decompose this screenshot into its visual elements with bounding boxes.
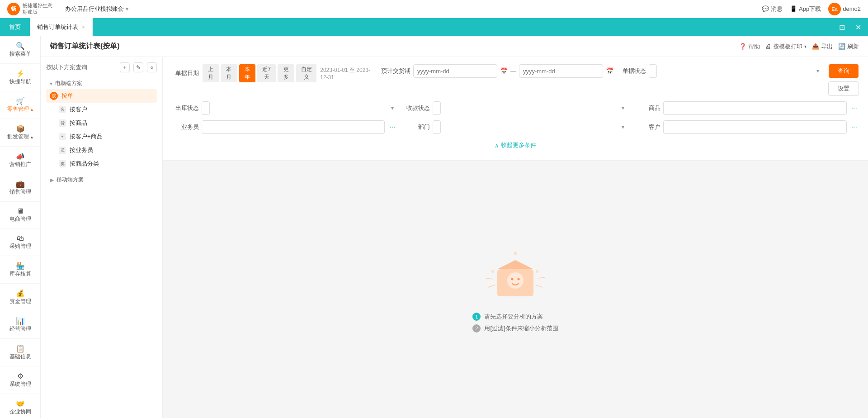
expected-date-end-input[interactable]: [519, 64, 603, 78]
scheme-by-goods[interactable]: 货 按商品: [46, 116, 157, 130]
search-icon: 🔍: [0, 42, 40, 50]
add-scheme-button[interactable]: +: [120, 62, 130, 72]
collect-status-label: 收款状态: [403, 104, 430, 112]
top-bar-left: 畅 畅捷通好生意 标账版 办公用品行业模拟账套 ▾: [7, 3, 128, 15]
retail-arrow-icon: ▴: [31, 107, 33, 112]
dept-select[interactable]: [433, 120, 441, 134]
collect-status-select[interactable]: [433, 101, 441, 115]
this-month-button[interactable]: 本月: [221, 64, 237, 82]
ship-status-select[interactable]: [202, 101, 210, 115]
scheme-by-customer-goods[interactable]: + 按客户+商品: [46, 130, 157, 143]
svg-point-3: [518, 278, 520, 280]
this-year-button[interactable]: 本年: [239, 64, 255, 82]
sidebar-item-ecommerce[interactable]: 🖥 电商管理: [0, 202, 40, 229]
salesman-dots[interactable]: ···: [387, 123, 397, 131]
panel-title: 按以下方案查询: [46, 63, 87, 71]
sidebar-item-enterprise[interactable]: 🤝 企业协同: [0, 394, 40, 418]
bill-status-select[interactable]: [649, 64, 657, 78]
desktop-section-header[interactable]: ▾ 电脑端方案: [46, 78, 157, 89]
edit-scheme-button[interactable]: ✎: [133, 62, 143, 72]
tab-sales-order-stats[interactable]: 销售订单统计表 ×: [30, 18, 93, 36]
retail-icon: 🛒: [0, 97, 40, 105]
goods-dots[interactable]: ···: [849, 104, 859, 112]
sidebar-item-system[interactable]: ⚙ 系统管理: [0, 366, 40, 394]
restore-window-button[interactable]: ⊡: [835, 21, 848, 33]
empty-tip-2: 2 用[过滤]条件来缩小分析范围: [472, 324, 558, 332]
sidebar-item-retail[interactable]: 🛒 零售管理 ▴: [0, 91, 40, 119]
salesman-input[interactable]: [202, 120, 385, 134]
scheme-by-salesman[interactable]: 员 按业务员: [46, 143, 157, 157]
logo-area: 畅 畅捷通好生意 标账版: [7, 3, 52, 15]
collapse-panel-button[interactable]: «: [147, 62, 157, 72]
right-panel: 单据日期 上月 本月 本年 近7天 更多 自定义 2023-01-01 至 20…: [163, 57, 868, 418]
by-salesman-icon: 员: [59, 147, 66, 154]
app-download-button[interactable]: 📱 App下载: [790, 5, 821, 13]
operations-icon: 📊: [0, 317, 40, 325]
sidebar-item-marketing[interactable]: 📣 营销推广: [0, 147, 40, 174]
query-button[interactable]: 查询: [829, 64, 859, 78]
sidebar-item-operations[interactable]: 📊 经营管理: [0, 311, 40, 339]
by-goods-icon: 货: [59, 119, 66, 127]
app-icon: 📱: [790, 5, 797, 12]
by-customer-icon: 客: [59, 106, 66, 113]
custom-date-button[interactable]: 自定义: [296, 64, 317, 82]
last-month-button[interactable]: 上月: [203, 64, 219, 82]
scheme-by-customer[interactable]: 客 按客户: [46, 103, 157, 116]
by-customer-goods-icon: +: [59, 133, 66, 140]
print-button[interactable]: 🖨 按模板打印 ▾: [765, 43, 807, 51]
collapse-filter-button[interactable]: ∧ 收起更多条件: [172, 138, 859, 153]
message-button[interactable]: 💬 消息: [762, 5, 783, 13]
empty-illustration: [484, 247, 547, 305]
svg-point-10: [514, 252, 517, 255]
export-button[interactable]: 📤 导出: [812, 43, 833, 51]
sidebar-item-finance[interactable]: 💰 资金管理: [0, 284, 40, 311]
by-order-label: 按单: [61, 92, 73, 100]
sidebar-item-inventory[interactable]: 🏪 库存核算: [0, 256, 40, 284]
mobile-section-label: 移动端方案: [57, 176, 84, 184]
finance-icon: 💰: [0, 289, 40, 298]
system-icon: ⚙: [0, 372, 40, 380]
customer-input[interactable]: [663, 120, 846, 134]
mobile-section-header[interactable]: ▶ 移动端方案: [46, 174, 157, 185]
svg-line-7: [538, 277, 545, 278]
svg-point-1: [507, 272, 524, 289]
scheme-by-order[interactable]: 按 按单: [46, 89, 157, 103]
svg-line-5: [486, 278, 493, 279]
last-7days-button[interactable]: 近7天: [257, 64, 276, 82]
tab-home[interactable]: 首页: [0, 18, 30, 36]
by-category-icon: 类: [59, 160, 66, 167]
goods-label: 商品: [633, 104, 660, 112]
calendar-start-icon[interactable]: 📅: [500, 67, 508, 75]
sidebar-item-search[interactable]: 🔍 搜索菜单: [0, 36, 40, 64]
goods-input[interactable]: [663, 101, 846, 115]
by-order-icon: 按: [50, 92, 58, 100]
calendar-end-icon[interactable]: 📅: [606, 67, 613, 75]
svg-line-6: [536, 285, 542, 287]
sidebar-item-quicknav[interactable]: ⚡ 快捷导航: [0, 64, 40, 91]
empty-svg: [484, 247, 547, 305]
breadcrumb-arrow-icon[interactable]: ▾: [126, 6, 128, 12]
sidebar-item-purchase[interactable]: 🛍 采购管理: [0, 229, 40, 256]
scheme-by-category[interactable]: 类 按商品分类: [46, 157, 157, 171]
reset-button[interactable]: 设置: [828, 81, 859, 96]
sidebar-item-sales[interactable]: 💼 销售管理: [0, 174, 40, 202]
message-icon: 💬: [762, 5, 769, 12]
sidebar-item-wholesale[interactable]: 📦 批发管理 ▴: [0, 119, 40, 147]
user-menu[interactable]: Ea demo2: [828, 3, 861, 15]
restore-icon: ⊡: [839, 23, 845, 32]
bill-status-label: 单据状态: [619, 67, 646, 75]
more-date-button[interactable]: 更多: [278, 64, 294, 82]
close-window-button[interactable]: ✕: [852, 21, 864, 33]
collapse-icon: «: [151, 64, 154, 71]
mobile-section: ▶ 移动端方案: [46, 174, 157, 185]
help-button[interactable]: ❓ 帮助: [739, 43, 760, 51]
sidebar-item-base[interactable]: 📋 基础信息: [0, 339, 40, 366]
customer-dots[interactable]: ···: [849, 123, 859, 131]
collapse-arrow-icon: ∧: [495, 142, 499, 149]
quicknav-icon: ⚡: [0, 69, 40, 78]
refresh-button[interactable]: 🔄 刷新: [838, 43, 859, 51]
tab-close-icon[interactable]: ×: [82, 24, 85, 30]
panel-header: 按以下方案查询 + ✎ «: [46, 62, 157, 72]
purchase-icon: 🛍: [0, 234, 40, 242]
expected-date-start-input[interactable]: [413, 64, 497, 78]
